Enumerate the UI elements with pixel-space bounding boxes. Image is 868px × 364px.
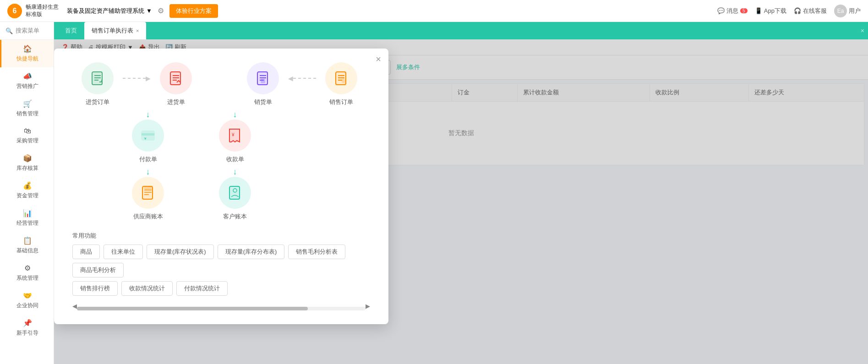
arrow-down-payment: ↓ (123, 167, 173, 177)
common-buttons-row-1: 商品 往来单位 现存量(库存状况表) 现存量(库存分布表) 销售毛利分析表 商品… (72, 244, 370, 277)
arrow-down-sale: ↓ (210, 110, 260, 120)
btn-stock-status[interactable]: 现存量(库存状况表) (147, 244, 214, 259)
app-download-item[interactable]: 📱 App下载 (755, 7, 786, 15)
dropdown-arrow-icon: ▼ (146, 7, 152, 14)
tab-home[interactable]: 首页 (58, 22, 84, 39)
btn-stock-dist[interactable]: 现存量(库存分布表) (218, 244, 285, 259)
scrollbar-thumb (77, 307, 308, 310)
sales-icon: 🛒 (23, 99, 32, 108)
arrow-h-2: ◀ (288, 75, 316, 94)
sidebar-item-enterprise[interactable]: 🤝 企业协同 (0, 287, 54, 314)
quick-nav-icon: 🏠 (23, 44, 32, 53)
arrow-down-receipt: ↓ (210, 167, 260, 177)
flow-node-purchase-bill[interactable]: 进货单 (160, 62, 192, 106)
flow-node-purchase-order[interactable]: 进货订单 (82, 62, 114, 106)
sidebar-item-quick-nav[interactable]: 🏠 快捷导航 (0, 40, 54, 67)
btn-product[interactable]: 商品 (72, 244, 100, 259)
modal-close-btn[interactable]: × (376, 54, 381, 65)
online-service-item[interactable]: 🎧 在线客服 (794, 7, 827, 15)
enterprise-icon: 🤝 (23, 291, 32, 300)
common-section-title: 常用功能 (72, 232, 370, 240)
tab-close-icon[interactable]: × (136, 28, 139, 33)
gear-settings-icon[interactable]: ⚙ (158, 6, 164, 15)
flow-row-3: 供应商账本 (72, 177, 260, 221)
sidebar-item-marketing[interactable]: 📣 营销推广 (0, 67, 54, 95)
download-icon: 📱 (755, 7, 762, 14)
logo-area: 6 畅康通好生意 标准版 (7, 4, 61, 18)
flow-row-arrows-2: ↓ ↓ (72, 167, 260, 177)
supplier-icon (140, 185, 156, 201)
sidebar-item-basic-info[interactable]: 📋 基础信息 (0, 232, 54, 259)
flow-row-arrows: ↓ ↓ (72, 110, 260, 120)
flow-node-supplier[interactable]: 供应商账本 (132, 177, 164, 221)
purchase-icon: 🛍 (24, 127, 31, 135)
svg-rect-33 (229, 186, 240, 199)
sidebar: 🔍 搜索菜单 🏠 快捷导航 📣 营销推广 🛒 销售管理 🛍 采购管理 📦 (0, 22, 54, 364)
system-icon: ⚙ (24, 264, 31, 272)
newbie-icon: 📌 (23, 319, 32, 327)
btn-counterpart[interactable]: 往来单位 (104, 244, 143, 259)
flow-node-sale-bill[interactable]: 销货单 (247, 62, 279, 106)
window-close-icon[interactable]: × (861, 27, 864, 34)
message-item[interactable]: 💬 消息 5 (717, 7, 748, 15)
avatar: Ea (834, 5, 847, 17)
sidebar-item-inventory[interactable]: 📦 库存核算 (0, 149, 54, 177)
basic-info-icon: 📋 (23, 236, 32, 245)
btn-sales-profit[interactable]: 销售毛利分析表 (288, 244, 345, 259)
sidebar-search[interactable]: 🔍 搜索菜单 (0, 22, 54, 40)
svg-text:¥: ¥ (231, 132, 235, 137)
search-icon: 🔍 (5, 27, 13, 34)
inventory-icon: 📦 (23, 154, 32, 163)
svg-rect-15 (261, 79, 265, 83)
tab-bar: 首页 销售订单执行表 × × (54, 22, 868, 39)
experience-btn[interactable]: 体验行业方案 (169, 4, 218, 18)
payment-circle: ¥ (132, 120, 164, 152)
svg-rect-25 (229, 129, 240, 142)
service-icon: 🎧 (794, 7, 801, 14)
scroll-right-icon[interactable]: ▶ (366, 303, 370, 310)
sidebar-item-sales[interactable]: 🛒 销售管理 (0, 95, 54, 122)
svg-point-21 (342, 79, 345, 83)
sidebar-item-newbie[interactable]: 📌 新手引导 (0, 314, 54, 342)
flow-row-2: ¥ 付款单 (72, 120, 260, 163)
arrow-down-purchase: ↓ (123, 110, 173, 120)
sidebar-item-finance[interactable]: 💰 资金管理 (0, 177, 54, 204)
btn-receipt-stats[interactable]: 收款情况统计 (121, 281, 173, 296)
sale-order-icon (333, 70, 349, 87)
btn-sales-rank[interactable]: 销售排行榜 (72, 281, 118, 296)
flow-node-receipt[interactable]: ¥ 收款单 (219, 120, 251, 163)
header-right: 💬 消息 5 📱 App下载 🎧 在线客服 Ea 用户 (717, 5, 861, 17)
modal-scrollbar-area: ◀ ▶ (72, 301, 370, 310)
sidebar-item-purchase[interactable]: 🛍 采购管理 (0, 122, 54, 149)
btn-product-profit[interactable]: 商品毛利分析 (72, 263, 124, 277)
flow-node-payment[interactable]: ¥ 付款单 (132, 120, 164, 163)
customer-icon (227, 185, 243, 201)
sidebar-item-system[interactable]: ⚙ 系统管理 (0, 259, 54, 287)
tab-sales-orders[interactable]: 销售订单执行表 × (84, 22, 146, 39)
system-title-dropdown[interactable]: 装备及固定资产辅助管理系统 ▼ (67, 7, 152, 15)
logo-text: 畅康通好生意 标准版 (26, 4, 59, 18)
modal-scrollbar[interactable] (77, 307, 366, 310)
flow-node-sale-order[interactable]: 销售订单 (325, 62, 357, 106)
purchase-order-circle (82, 62, 114, 94)
marketing-icon: 📣 (23, 72, 32, 81)
operations-icon: 📊 (23, 209, 32, 217)
svg-rect-32 (144, 186, 152, 189)
receipt-icon: ¥ (227, 127, 243, 144)
message-icon: 💬 (717, 7, 725, 14)
svg-text:¥: ¥ (144, 136, 147, 141)
sale-order-circle (325, 62, 357, 94)
user-item[interactable]: Ea 用户 (834, 5, 861, 17)
btn-payment-stats[interactable]: 付款情况统计 (176, 281, 228, 296)
scroll-left-icon[interactable]: ◀ (72, 303, 77, 310)
purchase-bill-circle (160, 62, 192, 94)
message-badge: 5 (740, 8, 748, 13)
sale-bill-icon (255, 70, 271, 87)
flow-diagram: 进货订单 ▶ (72, 62, 370, 228)
flow-modal: × (54, 49, 388, 324)
customer-circle (219, 177, 251, 209)
sidebar-item-operations[interactable]: 📊 经营管理 (0, 204, 54, 232)
flow-node-customer[interactable]: 客户账本 (219, 177, 251, 221)
system-title-text: 装备及固定资产辅助管理系统 (67, 7, 144, 15)
common-functions-section: 常用功能 商品 往来单位 现存量(库存状况表) 现存量(库存分布表) 销售毛利分… (72, 232, 370, 296)
